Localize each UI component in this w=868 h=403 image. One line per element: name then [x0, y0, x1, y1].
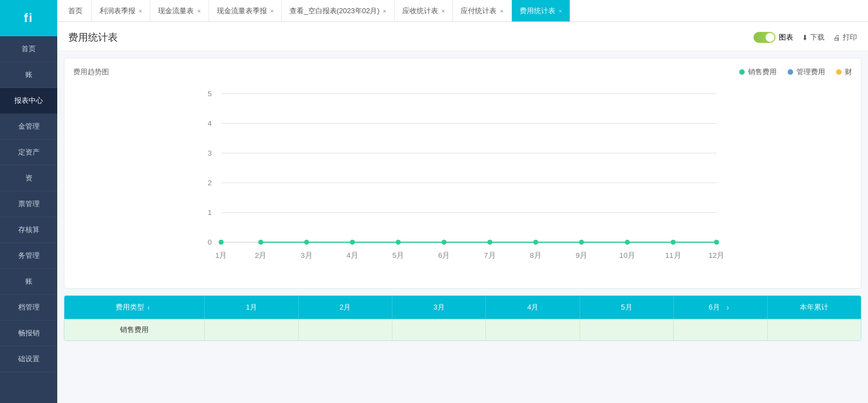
- cell-m6: [674, 319, 767, 340]
- svg-point-16: [350, 240, 355, 245]
- legend-finance: 财: [836, 67, 852, 77]
- svg-point-20: [533, 240, 538, 245]
- svg-text:3月: 3月: [301, 251, 313, 260]
- print-button[interactable]: 🖨 打印: [833, 32, 857, 42]
- chart-legend: 销售费用 管理费用 财: [739, 67, 852, 77]
- sidebar-item-expense-reimb[interactable]: 畅报销: [0, 321, 57, 346]
- cell-m2: [299, 319, 392, 340]
- col-header-m3: 3月: [392, 296, 486, 319]
- tab-home[interactable]: 首页: [59, 0, 92, 22]
- col-header-type: 费用类型 ‹: [64, 296, 205, 319]
- sidebar: fi 首页 账 报表中心 金管理 定资产 资 票管理 存核算 务管理 账 档管理…: [0, 0, 57, 403]
- data-table-header: 费用类型 ‹ 1月 2月 3月 4月 5月 6月 › 本年累计: [64, 296, 861, 319]
- tab-cashflow[interactable]: 现金流量表 ×: [150, 0, 209, 22]
- page-header: 费用统计表 图表 ⬇ 下载 🖨 打印: [57, 22, 868, 51]
- legend-dot-admin: [788, 69, 793, 75]
- svg-point-22: [625, 240, 630, 245]
- tab-payable[interactable]: 应付统计表 ×: [453, 0, 511, 22]
- download-button[interactable]: ⬇ 下载: [802, 32, 825, 42]
- close-tab-profit-report[interactable]: ×: [139, 8, 142, 14]
- svg-text:3: 3: [208, 149, 212, 157]
- sidebar-item-file-mgmt[interactable]: 档管理: [0, 295, 57, 321]
- svg-text:5月: 5月: [392, 251, 405, 260]
- print-icon: 🖨: [833, 34, 840, 42]
- svg-point-21: [579, 240, 584, 245]
- svg-text:9月: 9月: [576, 251, 588, 260]
- svg-point-18: [441, 240, 446, 245]
- svg-text:6月: 6月: [438, 251, 450, 260]
- svg-text:4: 4: [208, 119, 212, 128]
- chart-title: 费用趋势图: [73, 67, 109, 77]
- svg-text:7月: 7月: [484, 251, 496, 260]
- chart-toggle-wrap[interactable]: 图表: [754, 32, 793, 43]
- sidebar-item-report-center[interactable]: 报表中心: [0, 88, 57, 114]
- legend-label-sales: 销售费用: [748, 67, 777, 77]
- tab-profit-report[interactable]: 利润表季报 ×: [92, 0, 150, 22]
- sidebar-item-resources[interactable]: 资: [0, 165, 57, 191]
- sidebar-logo: fi: [0, 0, 57, 36]
- tab-cashflow-quarter[interactable]: 现金流量表季报 ×: [209, 0, 282, 22]
- col-type-label: 费用类型: [116, 302, 144, 312]
- svg-point-14: [258, 240, 263, 245]
- tab-bar: 首页 利润表季报 × 现金流量表 × 现金流量表季报 × 查看_空白报表(202…: [57, 0, 868, 22]
- close-tab-cashflow-quarter[interactable]: ×: [270, 8, 274, 14]
- tab-expense-stats[interactable]: 费用统计表 ×: [512, 0, 570, 22]
- chart-header: 费用趋势图 销售费用 管理费用 财: [73, 67, 852, 77]
- svg-text:12月: 12月: [708, 251, 724, 260]
- header-actions: 图表 ⬇ 下载 🖨 打印: [754, 32, 857, 43]
- close-tab-blank-report[interactable]: ×: [383, 8, 386, 14]
- nav-prev-arrow[interactable]: ‹: [148, 303, 150, 312]
- sidebar-item-fixed-assets[interactable]: 定资产: [0, 140, 57, 165]
- svg-point-19: [488, 240, 493, 245]
- close-tab-receivable[interactable]: ×: [441, 8, 445, 14]
- legend-dot-finance: [836, 69, 842, 75]
- table-row: 销售费用: [64, 319, 861, 340]
- svg-text:2: 2: [208, 179, 212, 187]
- cell-type: 销售费用: [64, 319, 205, 340]
- sidebar-item-fund-mgmt[interactable]: 金管理: [0, 114, 57, 140]
- col-header-ytd: 本年累计: [768, 296, 861, 319]
- legend-label-finance: 财: [845, 67, 852, 77]
- chart-toggle-switch[interactable]: [754, 32, 776, 43]
- svg-text:11月: 11月: [665, 251, 681, 260]
- legend-label-admin: 管理费用: [796, 67, 825, 77]
- close-tab-expense-stats[interactable]: ×: [559, 8, 562, 14]
- chart-section: 费用趋势图 销售费用 管理费用 财: [64, 58, 861, 289]
- svg-text:1: 1: [208, 208, 212, 217]
- main-area: 首页 利润表季报 × 现金流量表 × 现金流量表季报 × 查看_空白报表(202…: [57, 0, 868, 403]
- sidebar-item-accounts[interactable]: 账: [0, 269, 57, 295]
- sidebar-item-account[interactable]: 账: [0, 62, 57, 88]
- legend-sales: 销售费用: [739, 67, 777, 77]
- cell-m4: [486, 319, 580, 340]
- svg-text:10月: 10月: [619, 251, 635, 260]
- download-icon: ⬇: [802, 34, 808, 42]
- nav-next-arrow[interactable]: ›: [727, 303, 729, 312]
- sidebar-item-inventory[interactable]: 存核算: [0, 217, 57, 243]
- cell-m1: [205, 319, 298, 340]
- svg-point-24: [714, 240, 719, 245]
- svg-text:5: 5: [208, 90, 212, 98]
- sidebar-item-basic-settings[interactable]: 础设置: [0, 346, 57, 372]
- cell-ytd: [768, 319, 861, 340]
- cell-m5: [580, 319, 674, 340]
- close-tab-cashflow[interactable]: ×: [197, 8, 200, 14]
- cell-m3: [392, 319, 486, 340]
- svg-text:1月: 1月: [215, 251, 227, 260]
- sidebar-item-invoice-mgmt[interactable]: 票管理: [0, 191, 57, 217]
- content-area: 费用统计表 图表 ⬇ 下载 🖨 打印 费用趋势图: [57, 22, 868, 403]
- sidebar-item-service-mgmt[interactable]: 务管理: [0, 243, 57, 269]
- line-chart-svg: 0 1 2 3 4 5: [73, 81, 852, 279]
- tab-receivable[interactable]: 应收统计表 ×: [395, 0, 453, 22]
- col-header-m1: 1月: [205, 296, 298, 319]
- print-label: 打印: [843, 32, 857, 42]
- data-table-section: 费用类型 ‹ 1月 2月 3月 4月 5月 6月 › 本年累计 销售费用: [64, 295, 861, 341]
- legend-dot-sales: [739, 69, 745, 75]
- svg-point-15: [304, 240, 309, 245]
- tab-blank-report[interactable]: 查看_空白报表(2023年02月) ×: [282, 0, 395, 22]
- download-label: 下载: [810, 32, 825, 42]
- svg-point-23: [671, 240, 676, 245]
- svg-text:4月: 4月: [346, 251, 358, 260]
- sidebar-item-home[interactable]: 首页: [0, 36, 57, 62]
- svg-text:2月: 2月: [255, 251, 267, 260]
- close-tab-payable[interactable]: ×: [500, 8, 503, 14]
